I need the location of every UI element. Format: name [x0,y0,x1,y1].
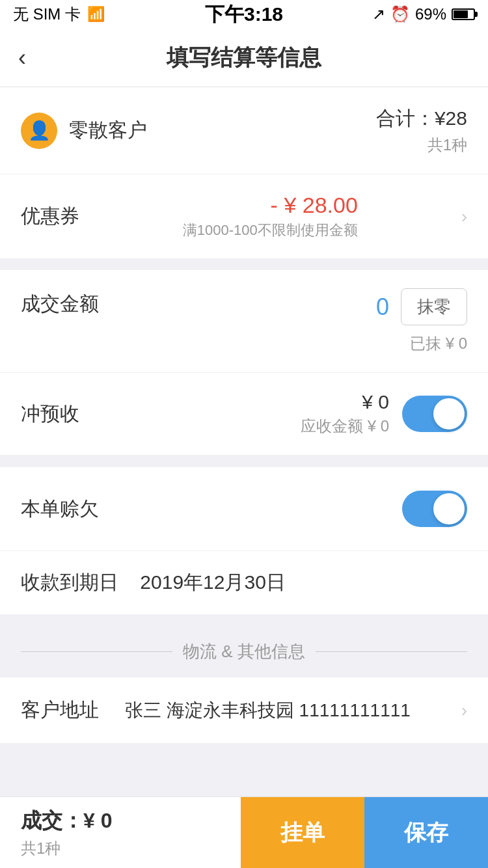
customer-row: 👤 零散客户 合计：¥28 共1种 [0,87,488,174]
flush-advance-label: 冲预收 [21,401,125,427]
deal-amount-label: 成交金额 [21,288,125,318]
debt-section: 本单赊欠 收款到期日 2019年12月30日 [0,467,488,614]
address-label: 客户地址 [21,697,125,724]
debt-row: 本单赊欠 [0,467,488,550]
bottom-summary: 成交：¥ 0 共1种 [0,807,241,859]
address-chevron-icon: › [461,700,467,721]
customer-right: 合计：¥28 共1种 [376,105,467,156]
page-title: 填写结算等信息 [167,43,321,73]
status-left: 无 SIM 卡 📶 [13,4,105,25]
deal-amount-input[interactable] [324,293,389,321]
deal-amount-input-row: 抹零 [324,288,467,325]
flush-amount: ¥ 0 [301,391,389,413]
due-date-prefix: 收款到期日 [21,571,118,593]
debt-label: 本单赊欠 [21,496,99,522]
flush-advance-toggle[interactable] [402,396,467,432]
bottom-deal-label: 成交： [21,809,83,832]
round-off-button[interactable]: 抹零 [401,288,467,325]
coupon-row[interactable]: 优惠券 - ¥ 28.00 满1000-100不限制使用金额 › [0,174,488,258]
logistics-divider: 物流 & 其他信息 [21,640,467,663]
coupon-right: - ¥ 28.00 满1000-100不限制使用金额 [183,193,358,240]
battery-icon [452,8,475,20]
status-time: 下午3:18 [205,1,283,28]
flush-amount-area: ¥ 0 应收金额 ¥ 0 [301,391,389,437]
form-section: 成交金额 抹零 已抹 ¥ 0 冲预收 ¥ 0 应收金额 ¥ 0 [0,270,488,455]
customer-name: 零散客户 [69,117,147,144]
avatar-icon: 👤 [28,120,51,141]
address-row[interactable]: 客户地址 张三 海淀永丰科技园 11111111111 › [0,677,488,743]
hold-order-button[interactable]: 挂单 [241,797,364,869]
customer-left: 👤 零散客户 [21,113,147,149]
customer-avatar: 👤 [21,113,57,149]
battery-label: 69% [415,5,446,23]
flush-advance-right: ¥ 0 应收金额 ¥ 0 [125,391,467,437]
status-bar: 无 SIM 卡 📶 下午3:18 ↗ ⏰ 69% [0,0,488,29]
address-section: 客户地址 张三 海淀永丰科技园 11111111111 › [0,677,488,743]
logistics-section: 物流 & 其他信息 [0,626,488,677]
wifi-icon: 📶 [87,6,105,23]
flush-sub: 应收金额 ¥ 0 [301,416,389,437]
back-button[interactable]: ‹ [18,44,26,72]
due-date-label: 收款到期日 2019年12月30日 [21,571,286,593]
due-date-row: 收款到期日 2019年12月30日 [0,550,488,614]
coupon-description: 满1000-100不限制使用金额 [183,221,358,240]
location-icon: ↗ [372,5,385,23]
bottom-bar: 成交：¥ 0 共1种 挂单 保存 [0,796,488,868]
flush-advance-row: 冲预收 ¥ 0 应收金额 ¥ 0 [0,373,488,455]
due-date-value: 2019年12月30日 [140,571,285,593]
nav-bar: ‹ 填写结算等信息 [0,29,488,87]
bottom-deal-amount: 成交：¥ 0 [21,807,220,835]
debt-toggle-thumb [433,493,465,524]
debt-toggle[interactable] [402,491,467,527]
deal-amount-area: 抹零 已抹 ¥ 0 [125,288,467,354]
toggle-thumb [433,398,465,429]
coupon-discount: - ¥ 28.00 [183,193,358,218]
total-count: 共1种 [376,135,467,156]
coupon-label: 优惠券 [21,203,79,230]
logistics-label: 物流 & 其他信息 [183,640,305,663]
alarm-icon: ⏰ [390,5,410,23]
bottom-deal-value: ¥ 0 [83,809,112,832]
bottom-count: 共1种 [21,838,220,859]
status-right: ↗ ⏰ 69% [372,5,475,23]
address-value: 张三 海淀永丰科技园 11111111111 [125,698,461,723]
customer-section: 👤 零散客户 合计：¥28 共1种 优惠券 - ¥ 28.00 满1000-10… [0,87,488,258]
total-amount: 合计：¥28 [376,105,467,132]
sim-label: 无 SIM 卡 [13,4,81,25]
save-button[interactable]: 保存 [364,797,488,869]
chevron-right-icon: › [461,206,467,227]
deal-amount-row: 成交金额 抹零 已抹 ¥ 0 [0,270,488,373]
deal-amount-sub: 已抹 ¥ 0 [410,333,467,354]
